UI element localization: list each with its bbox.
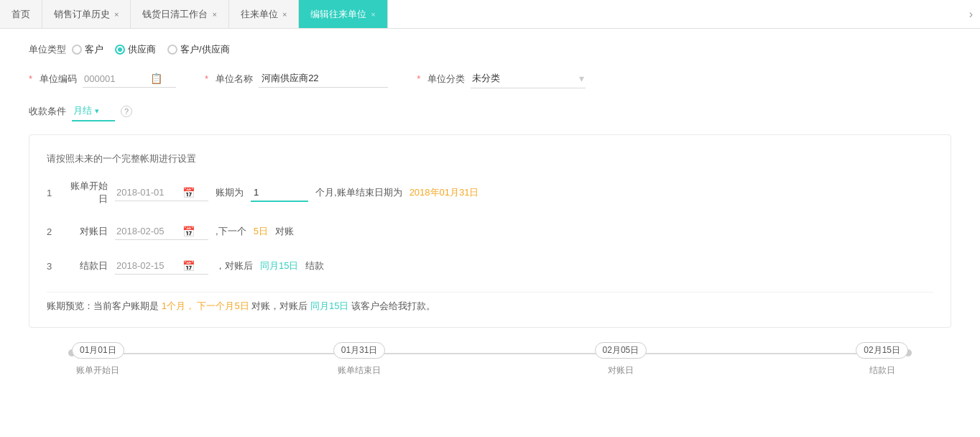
date-value-2[interactable]: [115, 223, 180, 239]
tab-home[interactable]: 首页: [0, 0, 42, 28]
row3-post: 结款: [305, 259, 324, 272]
required-unit-name: *: [205, 73, 208, 84]
row2-pre: ,下一个: [216, 225, 246, 238]
date-input-1: 📅: [115, 184, 208, 201]
radio-both[interactable]: 客户/供应商: [167, 43, 230, 56]
tab-edit-partner-close[interactable]: ×: [371, 10, 375, 19]
timeline-badge-1: 01月31日: [333, 342, 386, 359]
tab-expand-button[interactable]: ›: [962, 0, 980, 28]
unit-code-input-group: 📋: [83, 70, 176, 88]
date-input-3: 📅: [115, 257, 208, 275]
tab-edit-partner[interactable]: 编辑往来单位 ×: [299, 0, 387, 28]
radio-both-label: 客户/供应商: [180, 43, 230, 56]
unit-category-group: * 单位分类 未分类 ▾: [417, 69, 586, 88]
row-label-1: 账单开始日: [68, 180, 108, 206]
setting-row-3: 3 结款日 📅 ，对账后 同月15日 结款: [47, 257, 933, 275]
timeline-badge-0: 01月01日: [72, 342, 124, 359]
timeline-point-1: 01月31日 账单结束日: [333, 342, 386, 377]
unit-category-value: 未分类: [472, 72, 576, 85]
tab-partners-close[interactable]: ×: [282, 10, 287, 19]
timeline-point-2: 02月05日 对账日: [595, 342, 647, 377]
date-value-3[interactable]: [115, 257, 180, 274]
payment-value: 月结: [73, 104, 92, 117]
timeline-label-1: 账单结束日: [338, 364, 381, 377]
timeline-point-0: 01月01日 账单开始日: [72, 342, 124, 377]
unit-type-row: 单位类型 客户 供应商 客户/供应商: [29, 43, 951, 56]
payment-label: 收款条件: [29, 105, 66, 118]
row-label-3: 结款日: [68, 259, 108, 272]
unit-code-group: * 单位编码 📋: [29, 70, 176, 88]
preview-val3-pre: 对账，对账后: [251, 300, 308, 311]
row2-highlight: 5日: [254, 225, 268, 238]
date-input-2: 📅: [115, 223, 208, 240]
row-num-1: 1: [47, 188, 61, 198]
radio-supplier-circle: [115, 45, 125, 55]
setting-row-2: 2 对账日 📅 ,下一个 5日 对账: [47, 223, 933, 240]
preview-section: 账期预览：当前客户账期是 1个月， 下一个月5日 对账，对账后 同月15日 该客…: [47, 292, 933, 313]
unit-name-input[interactable]: [259, 70, 388, 88]
radio-supplier-label: 供应商: [128, 43, 156, 56]
payment-select[interactable]: 月结 ▾: [72, 101, 115, 121]
period-input[interactable]: [251, 184, 308, 202]
unit-type-label: 单位类型: [29, 43, 66, 56]
radio-customer-circle: [72, 45, 82, 55]
unit-code-copy-icon[interactable]: 📋: [150, 73, 162, 84]
unit-code-label: 单位编码: [40, 73, 77, 86]
tab-cash-work-close[interactable]: ×: [212, 10, 216, 19]
tab-partners-label: 往来单位: [241, 8, 278, 21]
tab-cash-work-label: 钱货日清工作台: [142, 8, 208, 21]
timeline-wrapper: 01月01日 账单开始日 01月31日 账单结束日 02月05日 对账日 02月…: [29, 342, 951, 377]
tab-cash-work[interactable]: 钱货日清工作台 ×: [131, 0, 228, 28]
radio-both-circle: [167, 45, 177, 55]
timeline-badge-2: 02月05日: [595, 342, 647, 359]
radio-customer[interactable]: 客户: [72, 43, 103, 56]
tab-sales-history-close[interactable]: ×: [114, 10, 119, 19]
timeline-points: 01月01日 账单开始日 01月31日 账单结束日 02月05日 对账日 02月…: [43, 342, 937, 377]
row2-post: 对账: [275, 225, 294, 238]
tab-edit-partner-label: 编辑往来单位: [310, 8, 366, 21]
setting-row-1: 1 账单开始日 📅 账期为 个月,账单结束日期为 2018年01月31日: [47, 180, 933, 206]
tab-partners[interactable]: 往来单位 ×: [229, 0, 299, 28]
unit-category-select[interactable]: 未分类 ▾: [471, 69, 586, 88]
calendar-icon-2[interactable]: 📅: [182, 226, 195, 237]
tab-home-label: 首页: [11, 8, 30, 21]
unit-category-arrow-icon: ▾: [579, 73, 584, 84]
tab-sales-history-label: 销售订单历史: [54, 8, 110, 21]
timeline-badge-3: 02月15日: [856, 342, 908, 359]
payment-row: 收款条件 月结 ▾ ?: [29, 101, 951, 121]
highlight-1: 2018年01月31日: [410, 186, 479, 199]
row-label-2: 对账日: [68, 225, 108, 238]
required-unit-category: *: [417, 73, 420, 84]
required-unit-code: *: [29, 73, 32, 84]
preview-val3: 同月15日: [310, 300, 348, 311]
help-icon[interactable]: ?: [121, 106, 132, 117]
unit-category-label: 单位分类: [427, 73, 465, 86]
suffix-pre-1: 账期为: [216, 186, 244, 199]
date-value-1[interactable]: [115, 184, 180, 201]
settings-section: 请按照未来的一个完整帐期进行设置 1 账单开始日 📅 账期为 个月,账单结束日期…: [29, 134, 951, 328]
preview-prefix: 账期预览：当前客户账期是: [47, 300, 159, 311]
section-title: 请按照未来的一个完整帐期进行设置: [47, 152, 933, 165]
tab-sales-history[interactable]: 销售订单历史 ×: [42, 0, 131, 28]
calendar-icon-3[interactable]: 📅: [182, 260, 195, 272]
unit-type-radio-group: 客户 供应商 客户/供应商: [72, 43, 230, 56]
unit-info-row: * 单位编码 📋 * 单位名称 * 单位分类 未分类 ▾: [29, 69, 951, 88]
row3-pre: ，对账后: [216, 259, 253, 272]
radio-customer-label: 客户: [85, 43, 103, 56]
suffix-post-1: 个月,账单结束日期为: [315, 186, 402, 199]
timeline-label-3: 结款日: [869, 364, 895, 377]
radio-supplier[interactable]: 供应商: [115, 43, 156, 56]
unit-code-input[interactable]: [83, 70, 147, 87]
calendar-icon-1[interactable]: 📅: [182, 187, 195, 198]
timeline-label-2: 对账日: [608, 364, 634, 377]
timeline-point-3: 02月15日 结款日: [856, 342, 908, 377]
row-num-2: 2: [47, 226, 61, 237]
timeline-label-0: 账单开始日: [76, 364, 119, 377]
unit-name-label: 单位名称: [216, 73, 253, 86]
payment-arrow-icon: ▾: [95, 106, 99, 116]
tab-bar: 首页 销售订单历史 × 钱货日清工作台 × 往来单位 × 编辑往来单位 × ›: [0, 0, 980, 29]
main-content: 单位类型 客户 供应商 客户/供应商 * 单位编码 📋: [0, 29, 980, 437]
unit-name-group: * 单位名称: [205, 70, 388, 88]
row3-highlight: 同月15日: [260, 259, 298, 272]
preview-suffix: 该客户会给我打款。: [351, 300, 435, 311]
